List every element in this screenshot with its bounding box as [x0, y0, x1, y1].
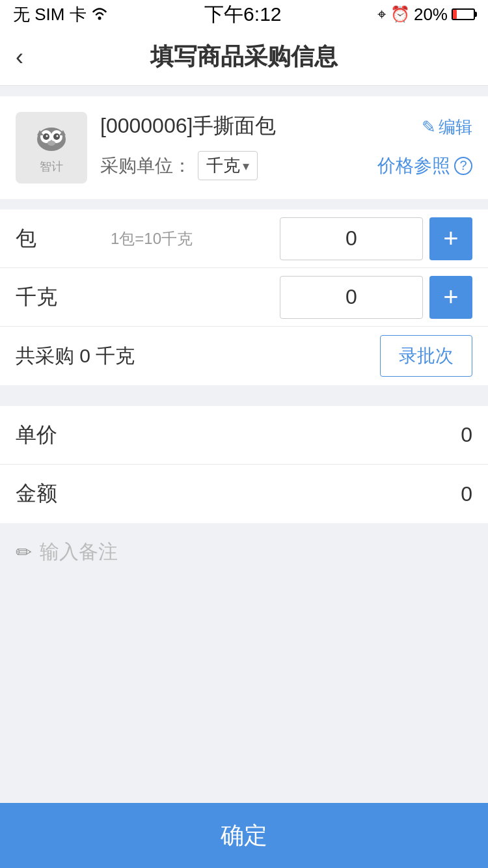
- product-card: 智计 [0000006]手撕面包 采购单位： 千克 ▾ 价格参照 ?: [0, 96, 488, 199]
- kg-row: 千克 +: [0, 268, 488, 327]
- unit-price-value: 0: [461, 423, 472, 447]
- back-button[interactable]: ‹: [16, 44, 23, 71]
- status-time: 下午6:12: [204, 1, 281, 28]
- chevron-down-icon: ▾: [243, 158, 249, 174]
- nav-title: 填写商品采购信息: [150, 41, 338, 73]
- product-info: [0000006]手撕面包 采购单位： 千克 ▾ 价格参照 ?: [100, 112, 472, 180]
- bao-input[interactable]: [280, 217, 423, 260]
- amount-value: 0: [461, 482, 472, 506]
- unit-price-row: 单价 0: [0, 406, 488, 465]
- batch-button[interactable]: 录批次: [380, 335, 472, 377]
- notes-section[interactable]: ✏ 输入备注: [0, 523, 488, 581]
- amount-row: 金额 0: [0, 465, 488, 523]
- bao-row: 包 1包=10千克 +: [0, 210, 488, 268]
- section-divider-1: [0, 199, 488, 210]
- price-section: 单价 0 金额 0: [0, 406, 488, 523]
- bao-field-wrap: +: [193, 217, 472, 260]
- bao-sublabel: 1包=10千克: [111, 228, 193, 249]
- svg-point-0: [98, 16, 101, 20]
- notes-placeholder: 输入备注: [40, 539, 118, 565]
- empty-area: [0, 581, 488, 803]
- svg-point-6: [46, 135, 48, 137]
- battery-icon: [452, 8, 475, 20]
- product-image: 智计: [16, 112, 87, 183]
- alarm-icon: ⏰: [390, 5, 410, 23]
- confirm-button[interactable]: 确定: [0, 803, 488, 868]
- unit-price-label: 单价: [16, 421, 57, 450]
- price-ref-label: 价格参照: [377, 154, 450, 178]
- nav-bar: ‹ 填写商品采购信息: [0, 29, 488, 86]
- unit-row: 采购单位： 千克 ▾: [100, 151, 258, 180]
- kg-input[interactable]: [280, 276, 423, 319]
- bao-plus-icon: +: [443, 224, 458, 253]
- notes-pencil-icon: ✏: [16, 541, 32, 563]
- edit-button[interactable]: ✎ 编辑: [422, 116, 472, 139]
- bao-label: 包: [16, 224, 107, 253]
- price-ref-link[interactable]: 价格参照 ?: [377, 154, 472, 178]
- status-right: ⌖ ⏰ 20%: [377, 5, 475, 25]
- status-carrier: 无 SIM 卡: [13, 3, 109, 26]
- carrier-text: 无 SIM 卡: [13, 3, 87, 26]
- edit-label: 编辑: [439, 116, 472, 139]
- kg-plus-icon: +: [443, 282, 458, 312]
- amount-label: 金额: [16, 480, 57, 508]
- kg-label: 千克: [16, 283, 107, 312]
- battery-pct: 20%: [414, 5, 448, 25]
- section-divider-2: [0, 385, 488, 396]
- bao-input-section: 包 1包=10千克 +: [0, 210, 488, 268]
- svg-point-7: [57, 135, 59, 137]
- brand-label: 智计: [32, 159, 71, 174]
- svg-point-8: [47, 141, 55, 146]
- info-icon: ?: [454, 157, 472, 175]
- summary-row: 共采购 0 千克 录批次: [0, 327, 488, 385]
- unit-value: 千克: [206, 154, 240, 177]
- edit-icon: ✎: [422, 117, 436, 137]
- unit-label: 采购单位：: [100, 154, 191, 178]
- wifi-icon: [90, 5, 109, 25]
- location-icon: ⌖: [377, 5, 386, 23]
- kg-field-wrap: +: [107, 276, 472, 319]
- kg-plus-button[interactable]: +: [429, 276, 472, 319]
- product-name: [0000006]手撕面包: [100, 112, 472, 141]
- kg-input-section: 千克 +: [0, 268, 488, 327]
- status-bar: 无 SIM 卡 下午6:12 ⌖ ⏰ 20%: [0, 0, 488, 29]
- bao-plus-button[interactable]: +: [429, 217, 472, 260]
- summary-text: 共采购 0 千克: [16, 343, 135, 370]
- main-content: 智计 [0000006]手撕面包 采购单位： 千克 ▾ 价格参照 ?: [0, 86, 488, 803]
- unit-select[interactable]: 千克 ▾: [198, 151, 258, 180]
- product-logo-icon: [32, 121, 71, 159]
- product-meta: 采购单位： 千克 ▾ 价格参照 ?: [100, 151, 472, 180]
